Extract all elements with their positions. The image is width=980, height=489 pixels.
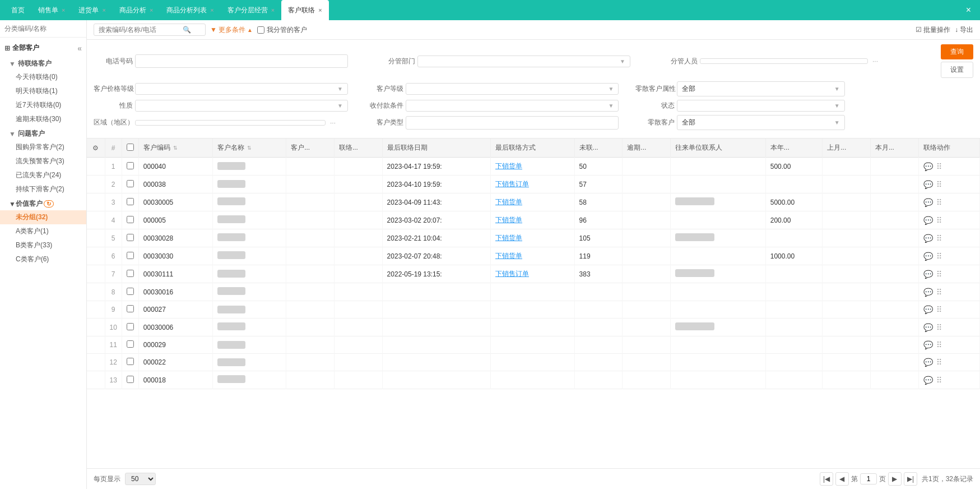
apps-icon[interactable]: ⠿ — [936, 162, 942, 171]
close-all-tabs[interactable]: × — [962, 5, 976, 15]
call-icon[interactable]: 💬 — [923, 252, 933, 261]
call-icon[interactable]: 💬 — [923, 340, 933, 349]
row-last-way[interactable]: 下销货单 — [491, 211, 575, 229]
tab-home[interactable]: 首页 — [4, 0, 31, 20]
col-settings[interactable]: ⚙ — [87, 139, 105, 158]
tab-close-contact[interactable]: × — [318, 7, 322, 13]
filter-nature-select[interactable]: ▼ — [135, 100, 348, 112]
filter-attr-select[interactable]: 全部 ▼ — [677, 81, 845, 96]
row-checkbox[interactable] — [127, 305, 134, 312]
sidebar-item-b-class[interactable]: B类客户(33) — [0, 238, 86, 252]
sidebar-problem-group[interactable]: ▼ 问题客户 — [0, 126, 86, 140]
apps-icon[interactable]: ⠿ — [936, 252, 942, 261]
filter-phone-input[interactable] — [135, 54, 348, 68]
row-checkbox[interactable] — [127, 323, 134, 330]
tab-close-analysis[interactable]: × — [150, 7, 153, 13]
more-dots-btn[interactable]: ··· — [870, 57, 880, 65]
apps-icon[interactable]: ⠿ — [936, 270, 942, 279]
contact-way-link[interactable]: 下销售订单 — [495, 270, 529, 278]
call-icon[interactable]: 💬 — [923, 376, 933, 385]
call-icon[interactable]: 💬 — [923, 216, 933, 225]
row-checkbox[interactable] — [127, 234, 134, 241]
sidebar-item-decline[interactable]: 持续下滑客户(2) — [0, 182, 86, 196]
filter-more-btn[interactable]: ▼ 更多条件 ▲ — [210, 25, 253, 35]
call-icon[interactable]: 💬 — [923, 288, 933, 297]
row-last-way[interactable]: 下销货单 — [491, 158, 575, 176]
contact-way-link[interactable]: 下销货单 — [495, 198, 522, 206]
row-checkbox[interactable] — [127, 288, 134, 295]
sidebar-item-lost[interactable]: 已流失客户(24) — [0, 168, 86, 182]
call-icon[interactable]: 💬 — [923, 198, 933, 207]
tab-close-purchase[interactable]: × — [102, 7, 105, 13]
refresh-icon[interactable]: ↻ — [44, 200, 54, 207]
page-input[interactable] — [860, 473, 877, 485]
call-icon[interactable]: 💬 — [923, 358, 933, 367]
row-last-way[interactable]: 下销货单 — [491, 247, 575, 265]
apps-icon[interactable]: ⠿ — [936, 340, 942, 349]
row-last-way[interactable]: 下销售订单 — [491, 265, 575, 283]
filter-type-input[interactable] — [406, 116, 619, 130]
filter-level-select[interactable]: ▼ — [406, 83, 619, 95]
batch-ops-btn[interactable]: ☑ 批量操作 — [916, 25, 950, 35]
sidebar-item-tomorrow[interactable]: 明天待联络(1) — [0, 84, 86, 98]
tab-customer-contact[interactable]: 客户联络 × — [281, 0, 328, 20]
sidebar-score-group[interactable]: ▼ 价值客户 ↻ — [0, 196, 86, 210]
sidebar-search-input[interactable] — [4, 25, 87, 33]
filter-retail-select[interactable]: 全部 ▼ — [677, 115, 845, 130]
filter-person-select[interactable] — [700, 58, 868, 64]
apps-icon[interactable]: ⠿ — [936, 288, 942, 297]
sidebar-item-overdue[interactable]: 逾期未联络(30) — [0, 112, 86, 126]
filter-price-level-select[interactable]: ▼ — [135, 83, 348, 95]
row-checkbox[interactable] — [127, 162, 134, 169]
sidebar-item-abnormal[interactable]: 囤购异常客户(2) — [0, 140, 86, 154]
row-last-way[interactable]: 下销售订单 — [491, 176, 575, 193]
export-btn[interactable]: ↓ 导出 — [955, 25, 973, 35]
contact-way-link[interactable]: 下销货单 — [495, 162, 522, 170]
tab-close-analysis-list[interactable]: × — [210, 7, 213, 13]
col-name[interactable]: 客户名称 ⇅ — [212, 139, 286, 158]
filter-status-select[interactable]: ▼ — [677, 100, 845, 112]
apps-icon[interactable]: ⠿ — [936, 180, 942, 189]
sidebar-item-warn[interactable]: 流失预警客户(3) — [0, 154, 86, 168]
filter-search-input[interactable] — [99, 26, 183, 34]
sidebar-collapse-btn[interactable]: « — [77, 44, 82, 53]
my-customers-checkbox[interactable]: 我分管的客户 — [257, 25, 307, 35]
row-checkbox[interactable] — [127, 340, 134, 348]
call-icon[interactable]: 💬 — [923, 323, 933, 332]
query-button[interactable]: 查询 — [941, 44, 973, 59]
filter-dept-select[interactable]: ▼ — [417, 56, 630, 67]
tab-purchase[interactable]: 进货单 × — [72, 0, 112, 20]
sidebar-item-c-class[interactable]: C类客户(6) — [0, 252, 86, 266]
filter-region-select[interactable] — [135, 120, 326, 126]
apps-icon[interactable]: ⠿ — [936, 305, 942, 314]
sidebar-all-customers[interactable]: ⊞ 全部客户 « — [0, 40, 86, 56]
sidebar-item-today[interactable]: 今天待联络(0) — [0, 70, 86, 84]
tab-analysis[interactable]: 商品分析 × — [113, 0, 160, 20]
contact-way-link[interactable]: 下销货单 — [495, 234, 522, 242]
contact-way-link[interactable]: 下销货单 — [495, 252, 522, 260]
first-page-btn[interactable]: |◀ — [820, 472, 833, 486]
row-checkbox[interactable] — [127, 180, 134, 187]
filter-search-icon[interactable]: 🔍 — [183, 26, 191, 34]
sidebar-item-7days[interactable]: 近7天待联络(0) — [0, 98, 86, 112]
sidebar-item-ungroup[interactable]: 未分组(32) — [0, 210, 86, 224]
contact-way-link[interactable]: 下销货单 — [495, 216, 522, 224]
call-icon[interactable]: 💬 — [923, 162, 933, 171]
row-checkbox[interactable] — [127, 252, 134, 259]
select-all-checkbox[interactable] — [127, 144, 134, 151]
tab-customer-segment[interactable]: 客户分层经营 × — [221, 0, 281, 20]
call-icon[interactable]: 💬 — [923, 180, 933, 189]
next-page-btn[interactable]: ▶ — [888, 472, 902, 486]
row-last-way[interactable]: 下销货单 — [491, 193, 575, 211]
apps-icon[interactable]: ⠿ — [936, 376, 942, 385]
tab-sales[interactable]: 销售单 × — [31, 0, 72, 20]
call-icon[interactable]: 💬 — [923, 234, 933, 243]
prev-page-btn[interactable]: ◀ — [835, 472, 849, 486]
reset-button[interactable]: 设置 — [941, 62, 973, 78]
call-icon[interactable]: 💬 — [923, 270, 933, 279]
filter-payment-select[interactable]: ▼ — [406, 100, 619, 112]
tab-close-segment[interactable]: × — [271, 7, 275, 13]
row-checkbox[interactable] — [127, 270, 134, 277]
call-icon[interactable]: 💬 — [923, 305, 933, 314]
my-customers-check[interactable] — [257, 26, 264, 34]
